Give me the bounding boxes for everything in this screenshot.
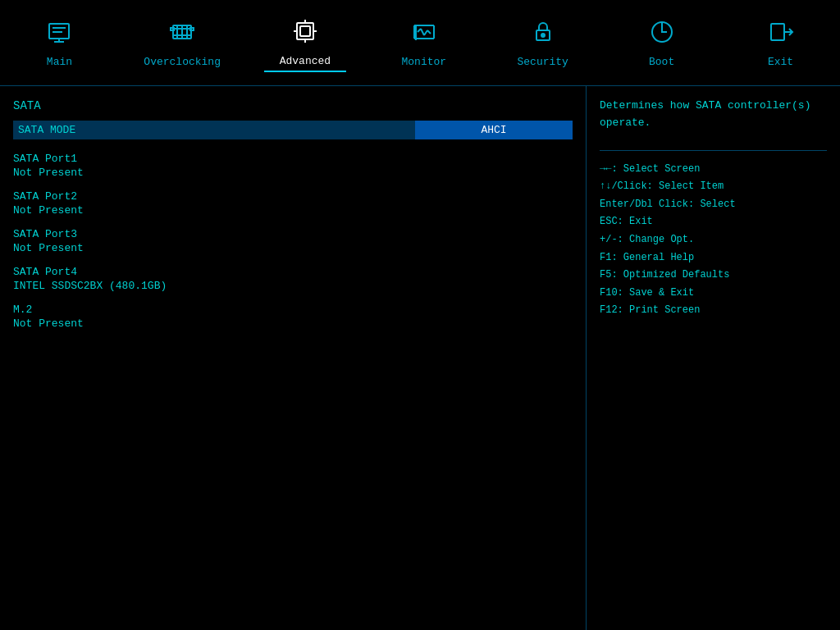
nav-label-exit: Exit: [768, 56, 793, 68]
port-block-3: SATA Port4 INTEL SSDSC2BX (480.1GB): [13, 266, 573, 292]
key-hint-5: F1: General Help: [600, 249, 827, 267]
nav-label-monitor: Monitor: [401, 56, 446, 68]
nav-item-security[interactable]: Security: [502, 16, 584, 71]
nav-item-boot[interactable]: Boot: [621, 16, 703, 71]
nav-item-advanced[interactable]: Advanced: [264, 15, 346, 72]
info-panel: Determines how SATA controller(s) operat…: [587, 86, 840, 630]
key-hints-list: →←: Select Screen↑↓/Click: Select ItemEn…: [600, 161, 827, 320]
svg-line-23: [427, 30, 431, 34]
sata-mode-value: AHCI: [415, 121, 573, 139]
svg-point-30: [541, 34, 545, 37]
port-block-4: M.2 Not Present: [13, 304, 573, 330]
port-name-2: SATA Port3: [13, 228, 573, 240]
port-value-2: Not Present: [13, 242, 573, 254]
overclocking-icon: [169, 19, 195, 51]
port-name-3: SATA Port4: [13, 266, 573, 278]
nav-item-overclocking[interactable]: Overclocking: [137, 16, 227, 71]
nav-label-security: Security: [517, 56, 568, 68]
port-name-1: SATA Port2: [13, 190, 573, 203]
svg-line-22: [424, 30, 427, 35]
key-hint-8: F12: Print Screen: [600, 302, 827, 320]
port-value-4: Not Present: [13, 317, 573, 330]
key-hint-1: ↑↓/Click: Select Item: [600, 178, 827, 196]
nav-label-boot: Boot: [649, 56, 674, 68]
nav-label-main: Main: [47, 56, 72, 68]
port-block-1: SATA Port2 Not Present: [13, 190, 573, 217]
nav-item-exit[interactable]: Exit: [740, 16, 822, 71]
sata-mode-label: SATA MODE: [13, 121, 415, 139]
boot-icon: [649, 19, 675, 51]
sata-mode-row[interactable]: SATA MODE AHCI: [13, 121, 573, 139]
port-name-0: SATA Port1: [13, 153, 573, 165]
key-hint-4: +/-: Change Opt.: [600, 231, 827, 249]
ports-list: SATA Port1 Not Present SATA Port2 Not Pr…: [13, 153, 573, 330]
nav-item-monitor[interactable]: Monitor: [383, 16, 465, 71]
svg-line-21: [421, 29, 424, 35]
svg-rect-15: [300, 26, 310, 36]
divider: [600, 150, 827, 151]
key-hint-0: →←: Select Screen: [600, 161, 827, 179]
key-hint-6: F5: Optimized Defaults: [600, 267, 827, 285]
port-value-0: Not Present: [13, 167, 573, 179]
nav-label-advanced: Advanced: [280, 55, 331, 67]
nav-item-main[interactable]: Main: [18, 16, 100, 71]
port-block-2: SATA Port3 Not Present: [13, 228, 573, 254]
exit-icon: [768, 19, 794, 51]
content-panel: SATA SATA MODE AHCI SATA Port1 Not Prese…: [0, 86, 587, 630]
main-area: SATA SATA MODE AHCI SATA Port1 Not Prese…: [0, 86, 840, 630]
monitor-icon: [411, 19, 437, 51]
port-value-1: Not Present: [13, 204, 573, 217]
advanced-icon: [292, 18, 318, 50]
navigation-bar: Main Overclocking: [0, 0, 840, 86]
security-icon: [530, 19, 556, 51]
svg-rect-33: [771, 24, 784, 40]
port-name-4: M.2: [13, 304, 573, 316]
section-title: SATA: [13, 99, 573, 112]
main-icon: [46, 19, 72, 51]
port-value-3: INTEL SSDSC2BX (480.1GB): [13, 280, 573, 292]
key-hint-7: F10: Save & Exit: [600, 285, 827, 303]
port-block-0: SATA Port1 Not Present: [13, 153, 573, 179]
help-text: Determines how SATA controller(s) operat…: [600, 98, 827, 132]
key-hint-2: Enter/Dbl Click: Select: [600, 196, 827, 214]
key-hint-3: ESC: Exit: [600, 213, 827, 231]
nav-label-overclocking: Overclocking: [144, 56, 221, 68]
